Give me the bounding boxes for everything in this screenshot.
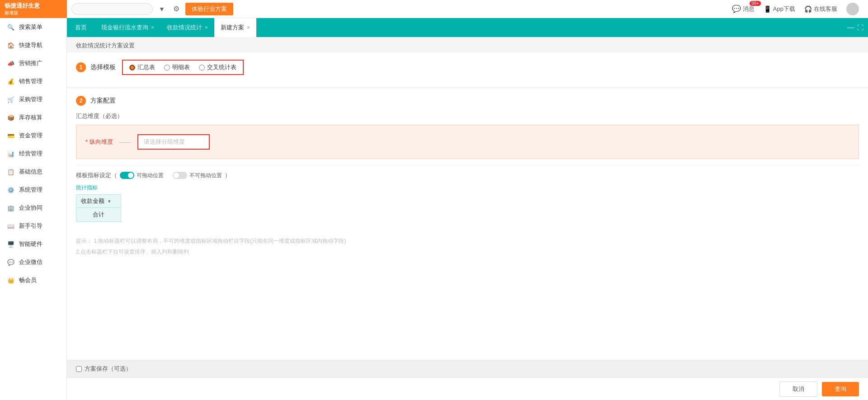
sidebar-item-inventory[interactable]: 📦 库存核算 (0, 108, 66, 127)
trial-industry-btn[interactable]: 体验行业方案 (185, 3, 233, 15)
metric-cell: 合计 (76, 208, 121, 222)
app-download-btn[interactable]: 📱 App下载 (764, 5, 795, 13)
hints-area: 提示： 1.拖动标题栏可以调整布局，不可跨维度或指标区域拖动栏目字段(只能在同一… (76, 235, 859, 257)
wechat-icon: 💬 (7, 259, 14, 266)
sidebar-item-enterprise[interactable]: 🏢 企业协同 (0, 199, 66, 217)
tab-close-bank-flow[interactable]: × (151, 24, 154, 31)
radio-detail-input[interactable] (164, 65, 170, 71)
tab-close-new-plan[interactable]: × (247, 24, 250, 31)
save-checkbox[interactable] (76, 366, 82, 372)
metric-chevron-icon: ▾ (108, 198, 111, 204)
inventory-icon: 📦 (7, 114, 14, 121)
dimension-area: * 纵向维度 —— 请选择分组维度 (76, 125, 859, 159)
page-title-bar: 收款情况统计方案设置 (67, 37, 868, 52)
step1-title: 选择模板 (90, 63, 116, 71)
sidebar-item-sales[interactable]: 💰 销售管理 (0, 72, 66, 90)
radio-summary-input[interactable] (129, 65, 135, 71)
cancel-button[interactable]: 取消 (779, 381, 817, 397)
radio-cross[interactable]: 交叉统计表 (199, 63, 236, 71)
search-input[interactable] (71, 3, 153, 15)
tab-bank-flow[interactable]: 现金银行流水查询 × (95, 18, 160, 37)
radio-detail[interactable]: 明细表 (164, 63, 190, 71)
metrics-section: 模板指标设定（ 可拖动位置 (76, 165, 859, 222)
online-service-btn[interactable]: 🎧 在线客服 (804, 5, 837, 13)
tab-new-plan[interactable]: 新建方案 × (214, 18, 256, 37)
undraggable-toggle[interactable]: 不可拖动位置 (173, 172, 222, 179)
content-area: 首页 现金银行流水查询 × 收款情况统计 × 新建方案 × — ⛶ (67, 18, 868, 400)
arrow-icon: —— (119, 139, 131, 146)
sidebar-item-vip[interactable]: 👑 畅会员 (0, 271, 66, 289)
message-badge: 99+ (750, 1, 761, 6)
query-button[interactable]: 查询 (822, 382, 859, 396)
radio-cross-input[interactable] (199, 65, 205, 71)
service-label: 在线客服 (814, 5, 837, 13)
search-dropdown-btn[interactable]: ▼ (156, 4, 167, 14)
step2-number: 2 (76, 96, 86, 106)
message-icon: 💬 (732, 5, 741, 13)
sidebar: 🔍 搜索菜单 🏠 快捷导航 📣 营销推广 💰 销售管理 🛒 采购管理 📦 库存核… (0, 18, 67, 400)
basic-info-icon: 📋 (7, 169, 14, 175)
hint-line1: 提示： 1.拖动标题栏可以调整布局，不可跨维度或指标区域拖动栏目字段(只能在同一… (76, 235, 859, 246)
undraggable-label: 不可拖动位置 (189, 172, 222, 179)
dimension-select[interactable]: 请选择分组维度 (137, 134, 210, 150)
hardware-icon: 🖥️ (7, 241, 14, 248)
bottom-save-bar: 方案保存（可选） (67, 360, 868, 377)
save-option[interactable]: 方案保存（可选） (76, 365, 132, 373)
tab-close-receipt-stats[interactable]: × (205, 24, 208, 31)
tab-home[interactable]: 首页 (67, 18, 95, 37)
service-icon: 🎧 (804, 5, 812, 13)
hint-line2: 2.点击标题栏下拉可设置排序、插入列和删除列 (76, 246, 859, 257)
system-icon: ⚙️ (7, 187, 14, 193)
user-avatar[interactable] (846, 3, 859, 15)
logo-subtitle: 标准版 (5, 10, 40, 16)
step2-section: 2 方案配置 汇总维度（必选） * 纵向维度 —— 请选择分组维度 (67, 89, 868, 360)
tab-maximize-btn[interactable]: ⛶ (857, 24, 863, 31)
sidebar-item-purchase[interactable]: 🛒 采购管理 (0, 90, 66, 108)
dimension-label: 汇总维度（必选） (76, 112, 859, 120)
marketing-icon: 📣 (7, 60, 14, 67)
sales-icon: 💰 (7, 78, 14, 85)
search-menu-icon: 🔍 (7, 24, 14, 31)
sidebar-item-basic-info[interactable]: 📋 基础信息 (0, 163, 66, 181)
guide-icon: 📖 (7, 223, 14, 230)
settings-gear-btn[interactable]: ⚙ (171, 4, 182, 14)
vip-icon: 👑 (7, 277, 14, 284)
sidebar-item-marketing[interactable]: 📣 营销推广 (0, 54, 66, 72)
tab-minimize-btn[interactable]: — (847, 24, 854, 32)
sidebar-item-guide[interactable]: 📖 新手引导 (0, 217, 66, 235)
download-icon: 📱 (764, 5, 771, 13)
page-title: 收款情况统计方案设置 (76, 42, 135, 49)
tab-receipt-stats[interactable]: 收款情况统计 × (160, 18, 214, 37)
message-btn[interactable]: 💬 消息 99+ (732, 5, 755, 13)
sidebar-item-quick-nav[interactable]: 🏠 快捷导航 (0, 36, 66, 54)
sidebar-item-finance[interactable]: 💳 资金管理 (0, 127, 66, 145)
radio-summary[interactable]: 汇总表 (129, 63, 155, 71)
metric-tag-row[interactable]: 收款金额 ▾ (76, 194, 121, 208)
sidebar-item-hardware[interactable]: 🖥️ 智能硬件 (0, 235, 66, 253)
sidebar-item-wechat[interactable]: 💬 企业微信 (0, 253, 66, 271)
step2-title: 方案配置 (90, 97, 116, 105)
logo-area: 畅捷通好生意 标准版 (0, 0, 67, 18)
step1-section: 1 选择模板 汇总表 明细表 (67, 52, 868, 87)
download-label: App下载 (773, 5, 795, 13)
draggable-label: 可拖动位置 (137, 172, 164, 179)
message-label: 消息 (743, 5, 755, 13)
vertical-dimension-label: * 纵向维度 (85, 138, 113, 146)
sidebar-item-operations[interactable]: 📊 经营管理 (0, 145, 66, 163)
finance-icon: 💳 (7, 132, 14, 139)
draggable-toggle[interactable]: 可拖动位置 (120, 172, 164, 179)
sidebar-item-system[interactable]: ⚙️ 系统管理 (0, 181, 66, 199)
quick-nav-icon: 🏠 (7, 42, 14, 49)
metrics-section-label: 模板指标设定（ (76, 171, 117, 179)
purchase-icon: 🛒 (7, 96, 14, 103)
logo-text: 畅捷通好生意 (5, 2, 40, 10)
tab-bar: 首页 现金银行流水查询 × 收款情况统计 × 新建方案 × — ⛶ (67, 18, 868, 37)
step1-number: 1 (76, 62, 86, 72)
operations-icon: 📊 (7, 151, 14, 157)
sidebar-item-search[interactable]: 🔍 搜索菜单 (0, 18, 66, 36)
metrics-category-label: 统计指标 (76, 184, 859, 192)
enterprise-icon: 🏢 (7, 205, 14, 212)
footer-actions: 取消 查询 (67, 377, 868, 400)
